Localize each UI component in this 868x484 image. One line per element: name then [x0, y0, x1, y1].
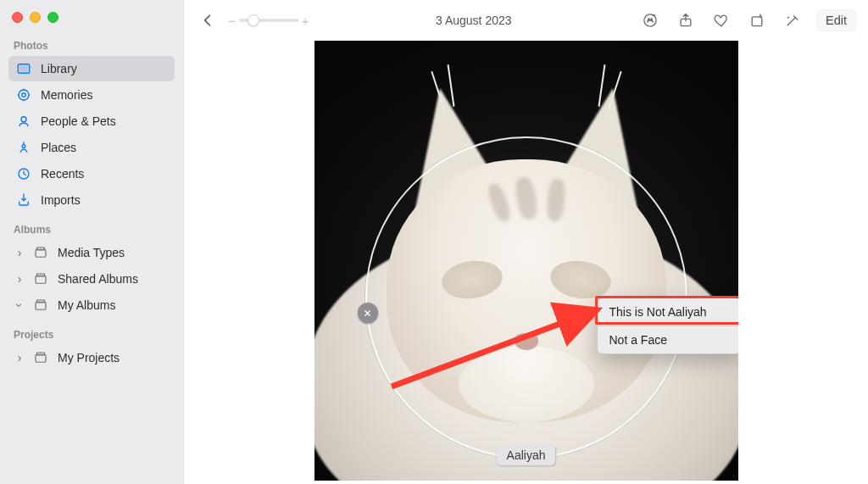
svg-point-5	[22, 145, 25, 148]
chevron-down-icon: ›	[13, 301, 26, 309]
svg-rect-9	[36, 275, 46, 283]
sidebar-section-photos: Photos	[8, 36, 175, 55]
sidebar-item-label: Media Types	[58, 246, 125, 259]
library-icon	[15, 60, 32, 77]
sidebar-item-memories[interactable]: Memories	[8, 82, 175, 108]
sidebar: Photos Library Memories People & Pets Pl…	[0, 0, 184, 484]
sidebar-item-places[interactable]: Places	[8, 135, 175, 160]
memories-icon	[15, 86, 32, 103]
toolbar: − + 3 August 2023 Edit	[184, 0, 868, 41]
remove-face-button[interactable]	[358, 303, 378, 323]
svg-rect-14	[37, 353, 45, 355]
sidebar-item-label: My Albums	[58, 298, 115, 312]
photo-date-title: 3 August 2023	[318, 14, 630, 27]
folder-icon	[32, 244, 49, 261]
menu-item-not-a-face[interactable]: Not a Face	[598, 325, 738, 353]
menu-item-not-this-person[interactable]: This is Not Aaliyah	[598, 298, 738, 325]
face-name-tag[interactable]: Aaliyah	[497, 445, 556, 465]
sidebar-section-projects: Projects	[8, 325, 175, 344]
places-icon	[15, 139, 32, 156]
people-icon	[15, 113, 32, 130]
rotate-button[interactable]	[745, 8, 769, 32]
pet-badge-button[interactable]	[638, 8, 662, 32]
sidebar-item-label: Imports	[41, 193, 81, 207]
svg-rect-10	[37, 274, 45, 276]
folder-icon	[32, 270, 49, 287]
main-content: − + 3 August 2023 Edit	[184, 0, 868, 484]
zoom-out-label[interactable]: −	[228, 14, 236, 28]
sidebar-item-imports[interactable]: Imports	[8, 187, 175, 213]
zoom-slider[interactable]	[239, 19, 298, 22]
back-button[interactable]	[196, 8, 220, 32]
svg-point-16	[648, 19, 650, 20]
sidebar-item-label: My Projects	[58, 351, 120, 364]
recents-icon	[15, 165, 32, 182]
svg-rect-11	[36, 302, 46, 309]
svg-rect-19	[752, 17, 762, 26]
sidebar-item-media-types[interactable]: › Media Types	[8, 240, 175, 265]
sidebar-item-people-pets[interactable]: People & Pets	[8, 108, 175, 134]
folder-icon	[32, 297, 49, 314]
imports-icon	[15, 192, 32, 209]
chevron-right-icon: ›	[15, 246, 24, 259]
sidebar-item-label: Memories	[41, 88, 92, 102]
svg-point-4	[21, 117, 26, 122]
sidebar-item-library[interactable]: Library	[8, 56, 175, 81]
photo-viewer[interactable]: Aaliyah This is Not Aaliyah Not a Face	[314, 41, 738, 481]
share-button[interactable]	[674, 8, 698, 32]
sidebar-item-label: Places	[41, 141, 76, 154]
svg-rect-12	[37, 300, 45, 303]
sidebar-item-shared-albums[interactable]: › Shared Albums	[8, 266, 175, 292]
svg-point-3	[22, 93, 26, 97]
zoom-window-button[interactable]	[47, 12, 58, 23]
svg-rect-7	[36, 249, 46, 257]
sidebar-item-my-albums[interactable]: › My Albums	[8, 292, 175, 318]
edit-button[interactable]: Edit	[816, 9, 856, 31]
sidebar-item-label: Library	[41, 62, 77, 75]
sidebar-item-my-projects[interactable]: › My Projects	[8, 345, 175, 370]
zoom-slider-knob[interactable]	[248, 14, 259, 26]
zoom-control[interactable]: − +	[228, 14, 309, 28]
folder-icon	[32, 349, 49, 366]
svg-rect-13	[36, 354, 46, 362]
sidebar-item-label: Recents	[41, 167, 84, 181]
favorite-button[interactable]	[709, 8, 733, 32]
chevron-right-icon: ›	[15, 272, 24, 286]
chevron-right-icon: ›	[15, 351, 24, 364]
sidebar-item-recents[interactable]: Recents	[8, 161, 175, 186]
face-context-menu: This is Not Aaliyah Not a Face	[597, 298, 738, 354]
svg-point-17	[651, 19, 653, 20]
auto-enhance-button[interactable]	[781, 8, 804, 32]
close-window-button[interactable]	[12, 12, 23, 23]
minimize-window-button[interactable]	[30, 12, 41, 23]
svg-point-2	[19, 90, 29, 100]
sidebar-item-label: People & Pets	[41, 114, 116, 128]
window-controls	[8, 8, 175, 36]
svg-rect-1	[20, 66, 28, 71]
sidebar-item-label: Shared Albums	[58, 272, 138, 286]
zoom-in-label[interactable]: +	[302, 14, 309, 28]
svg-rect-8	[37, 248, 45, 250]
sidebar-section-albums: Albums	[8, 220, 175, 239]
